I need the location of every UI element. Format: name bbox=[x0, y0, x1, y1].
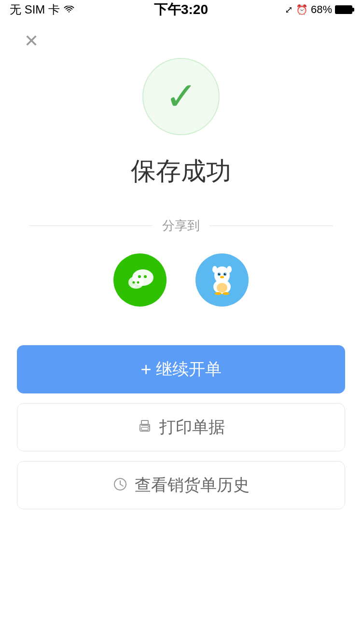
printer-icon bbox=[137, 419, 153, 436]
svg-point-1 bbox=[128, 276, 144, 289]
svg-point-5 bbox=[137, 281, 139, 283]
svg-point-18 bbox=[223, 292, 229, 295]
status-time: 下午3:20 bbox=[154, 0, 208, 19]
svg-point-16 bbox=[217, 283, 227, 293]
location-icon: ⤢ bbox=[285, 4, 293, 15]
svg-rect-23 bbox=[141, 427, 148, 430]
battery-percent: 68% bbox=[311, 3, 332, 16]
divider-line-right bbox=[209, 225, 333, 226]
close-icon: ✕ bbox=[24, 32, 39, 50]
svg-point-14 bbox=[220, 276, 224, 278]
clock-icon bbox=[112, 476, 128, 494]
share-label: 分享到 bbox=[153, 217, 209, 234]
history-button[interactable]: 查看销货单历史 bbox=[17, 461, 345, 509]
divider-line-left bbox=[29, 225, 153, 226]
svg-point-2 bbox=[138, 275, 141, 278]
main-content: ✓ 保存成功 分享到 bbox=[0, 19, 362, 509]
svg-line-27 bbox=[120, 484, 123, 486]
share-divider: 分享到 bbox=[0, 217, 362, 234]
svg-point-13 bbox=[225, 273, 226, 274]
plus-icon: + bbox=[140, 360, 151, 378]
svg-point-24 bbox=[148, 425, 150, 427]
svg-point-20 bbox=[227, 266, 232, 273]
close-button[interactable]: ✕ bbox=[19, 29, 43, 53]
svg-point-17 bbox=[215, 292, 222, 295]
no-sim-text: 无 SIM 卡 bbox=[10, 2, 60, 17]
status-bar: 无 SIM 卡 下午3:20 ⤢ ⏰ 68% bbox=[0, 0, 362, 19]
svg-point-12 bbox=[219, 273, 220, 274]
svg-point-3 bbox=[144, 275, 147, 278]
alarm-icon: ⏰ bbox=[296, 4, 308, 15]
share-icons bbox=[113, 253, 249, 307]
status-right: ⤢ ⏰ 68% bbox=[285, 3, 352, 16]
wechat-icon bbox=[125, 267, 156, 294]
continue-button[interactable]: + 继续开单 bbox=[17, 345, 345, 393]
svg-point-4 bbox=[132, 281, 135, 283]
success-title: 保存成功 bbox=[131, 154, 231, 188]
battery-icon bbox=[335, 5, 352, 14]
continue-label: 继续开单 bbox=[156, 358, 222, 380]
success-circle: ✓ bbox=[142, 58, 220, 135]
qq-icon bbox=[208, 265, 237, 296]
print-button[interactable]: 打印单据 bbox=[17, 403, 345, 451]
history-label: 查看销货单历史 bbox=[135, 474, 250, 496]
wechat-share-button[interactable] bbox=[113, 253, 167, 307]
action-buttons: + 继续开单 打印单据 bbox=[17, 345, 345, 509]
wifi-icon bbox=[64, 6, 74, 14]
print-label: 打印单据 bbox=[159, 416, 225, 438]
checkmark-icon: ✓ bbox=[165, 77, 197, 116]
qq-share-button[interactable] bbox=[195, 253, 249, 307]
svg-point-19 bbox=[212, 266, 217, 273]
status-left: 无 SIM 卡 bbox=[10, 2, 74, 17]
